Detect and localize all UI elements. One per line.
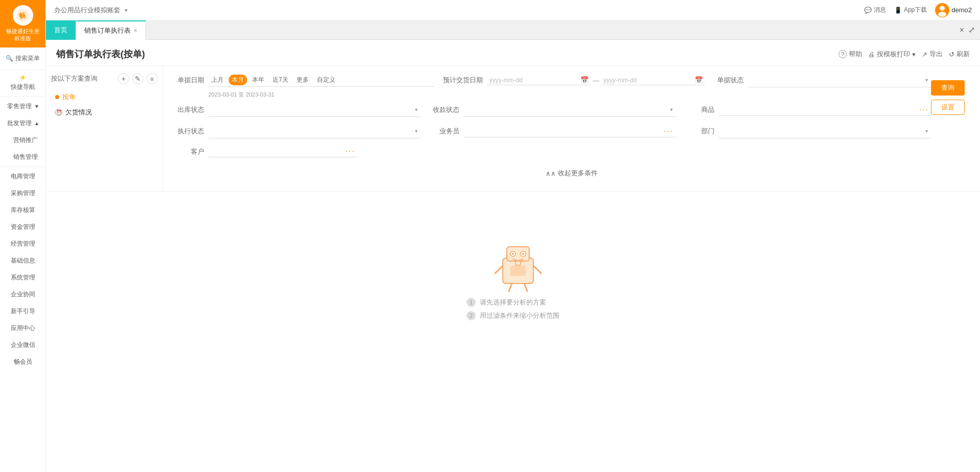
payment-status-select[interactable]: ▾	[463, 103, 676, 117]
collapse-filter-btn[interactable]: ∧∧ 收起更多条件	[546, 169, 598, 178]
plan-item-arrears[interactable]: ⏰ 欠货情况	[51, 105, 158, 120]
print-action[interactable]: 🖨 按模板打印 ▾	[868, 50, 916, 59]
period-btn-7days[interactable]: 近7天	[270, 75, 291, 85]
newbie-label: 新手引导	[11, 307, 35, 316]
tab-close-icon[interactable]: ×	[134, 27, 137, 34]
page-title: 销售订单执行表(按单)	[56, 48, 145, 60]
sidebar-item-finance[interactable]: 资金管理	[0, 219, 45, 235]
filter-fields-col: 单据日期 上月 本月 本年 近7天 更多 自定义	[174, 73, 931, 164]
sidebar-item-system[interactable]: 系统管理	[0, 269, 45, 286]
salesperson-dots-icon[interactable]: ···	[664, 127, 674, 136]
user-profile[interactable]: demo2	[935, 3, 972, 17]
help-action[interactable]: ? 帮助	[839, 50, 862, 59]
customer-dots-icon[interactable]: ···	[346, 147, 355, 156]
period-btn-thismonth[interactable]: 本月	[229, 75, 247, 85]
empty-step-1: 1 请先选择要分析的方案	[467, 296, 559, 309]
print-icon: 🖨	[868, 51, 875, 58]
basic-label: 基础信息	[11, 256, 35, 265]
product-label: 商品	[684, 105, 715, 114]
period-btn-custom[interactable]: 自定义	[314, 75, 338, 85]
period-btn-more[interactable]: 更多	[293, 75, 312, 85]
calendar-to-icon[interactable]: 📅	[695, 76, 703, 84]
filter-left-icons: + ✎ «	[118, 73, 158, 84]
sidebar-item-enterprise[interactable]: 企业协同	[0, 286, 45, 303]
sidebar-item-quicknav[interactable]: ⚡ 快捷导航	[0, 70, 45, 96]
user-avatar	[935, 3, 949, 17]
filter-field-salesperson: 业务员 ···	[429, 126, 676, 137]
tab-close-window-btn[interactable]: ×	[960, 26, 964, 35]
sidebar-item-appstore[interactable]: 应用中心	[0, 320, 45, 337]
calendar-from-icon[interactable]: 📅	[580, 76, 589, 84]
search-menu-label: 搜索菜单	[15, 54, 40, 63]
collapse-up-icon: ∧∧	[546, 170, 556, 177]
date-range-text: 2023-03-01 至 2023-03-31	[208, 91, 275, 98]
tab-sales-order[interactable]: 销售订单执行表 ×	[76, 20, 146, 40]
period-btn-thisyear[interactable]: 本年	[249, 75, 267, 85]
sidebar-item-sales[interactable]: 销售管理	[0, 149, 45, 166]
svg-text:畅: 畅	[18, 12, 25, 19]
step-num-1: 1	[467, 298, 476, 307]
exec-status-select[interactable]: ▾	[208, 124, 421, 138]
sidebar-item-newbie[interactable]: 新手引导	[0, 303, 45, 320]
refresh-icon: ↺	[949, 51, 954, 58]
sidebar-item-inventory[interactable]: 库存核算	[0, 202, 45, 219]
finance-label: 资金管理	[11, 223, 35, 231]
help-icon: ?	[839, 50, 847, 58]
settings-button[interactable]: 设置	[931, 100, 965, 115]
sidebar-item-wholesale[interactable]: 批发管理 ▴	[0, 115, 45, 132]
plan-dot-inactive: ⏰	[55, 109, 62, 116]
payment-status-label: 收款状态	[429, 105, 459, 114]
search-menu-button[interactable]: 🔍 搜索菜单	[5, 52, 40, 65]
wholesale-expand-icon: ▴	[35, 120, 38, 127]
message-action[interactable]: 💬 消息	[864, 6, 886, 14]
ship-status-label: 出库状态	[174, 105, 204, 114]
expected-date-label: 预计交货日期	[443, 76, 483, 85]
add-plan-btn[interactable]: +	[118, 73, 129, 84]
app-download-action[interactable]: 📱 App下载	[894, 6, 927, 14]
filter-field-ship: 出库状态 ▾	[174, 103, 421, 117]
product-dots-icon[interactable]: ···	[919, 105, 929, 114]
collapse-plan-btn[interactable]: «	[146, 73, 158, 84]
export-action[interactable]: ↗ 导出	[922, 50, 943, 59]
tab-maximize-btn[interactable]: ⤢	[968, 25, 975, 35]
search-icon: 🔍	[6, 55, 13, 62]
sidebar-item-retail[interactable]: 零售管理 ▾	[0, 98, 45, 115]
query-button[interactable]: 查询	[931, 80, 965, 96]
tab-home-label: 首页	[54, 26, 67, 35]
message-label: 消息	[874, 6, 886, 14]
sidebar-divider-2	[0, 167, 45, 167]
filter-area: 按以下方案查询 + ✎ «	[46, 66, 980, 191]
plan-item-default[interactable]: 按单	[51, 89, 158, 105]
sidebar-item-ecommerce[interactable]: 电商管理	[0, 168, 45, 185]
plan-label-default: 按单	[62, 92, 76, 102]
dept-arrow-icon: ▾	[925, 128, 928, 134]
filter-field-product: 商品 ···	[684, 104, 931, 116]
app-logo[interactable]: 畅 畅捷通好生意 标准版	[0, 0, 45, 48]
sidebar-item-basic[interactable]: 基础信息	[0, 252, 45, 269]
empty-step-2: 2 用过滤条件来缩小分析范围	[467, 309, 559, 322]
page-header-actions: ? 帮助 🖨 按模板打印 ▾ ↗ 导出 ↺ 刷新	[839, 50, 970, 59]
edit-plan-btn[interactable]: ✎	[132, 73, 143, 84]
app-download-label: App下载	[904, 6, 927, 14]
sidebar-item-marketing[interactable]: 营销推广	[0, 132, 45, 149]
sidebar-item-member[interactable]: 畅会员	[0, 353, 45, 370]
order-status-select[interactable]: ▾	[748, 73, 931, 87]
date-period-row: 上月 本月 本年 近7天 更多 自定义	[208, 74, 435, 87]
refresh-action[interactable]: ↺ 刷新	[949, 50, 970, 59]
tab-bar: 首页 销售订单执行表 × × ⤢	[46, 20, 980, 40]
tab-bar-actions: × ⤢	[954, 25, 980, 35]
sidebar-item-ops[interactable]: 经营管理	[0, 235, 45, 252]
enterprise-label: 企业协同	[11, 290, 35, 299]
dept-select[interactable]: ▾	[719, 124, 931, 138]
filter-left: 按以下方案查询 + ✎ «	[46, 66, 163, 191]
step-2-text: 用过滤条件来缩小分析范围	[480, 309, 559, 322]
sidebar-item-purchase[interactable]: 采购管理	[0, 185, 45, 202]
collapse-left-icon: «	[150, 75, 154, 83]
header-nav-dropdown-icon[interactable]: ▾	[125, 7, 128, 14]
print-label: 按模板打印	[877, 50, 910, 59]
sidebar-search[interactable]: 🔍 搜索菜单	[0, 48, 45, 70]
tab-home[interactable]: 首页	[46, 20, 76, 40]
sidebar-item-wechat[interactable]: 企业微信	[0, 337, 45, 353]
ship-status-select[interactable]: ▾	[208, 103, 421, 117]
period-btn-lastmonth[interactable]: 上月	[208, 75, 227, 85]
